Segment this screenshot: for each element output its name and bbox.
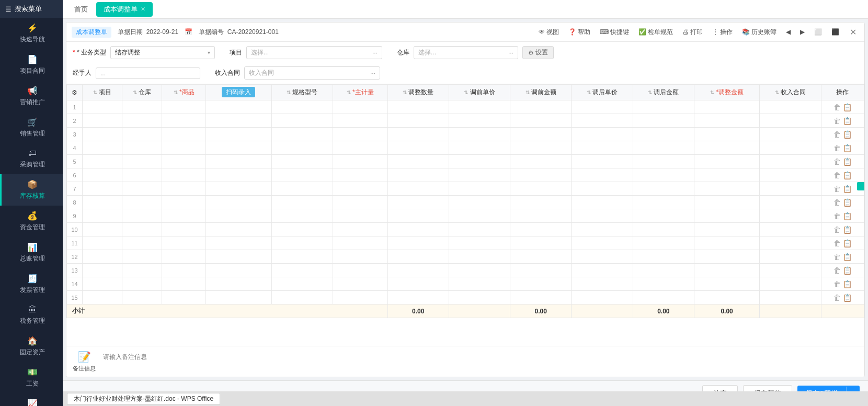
cell-spec[interactable] <box>271 291 333 304</box>
sidebar-item-operations[interactable]: 📈 经营管理 <box>0 393 63 406</box>
cell-warehouse[interactable] <box>122 223 162 236</box>
cell-prev-unit-price[interactable] <box>449 236 510 250</box>
cell-scan[interactable] <box>206 155 271 168</box>
cell-spec[interactable] <box>271 250 333 264</box>
cell-prev-unit-price[interactable] <box>449 277 510 291</box>
sidebar-item-quick-nav[interactable]: ⚡ 快速导航 <box>0 18 63 49</box>
cell-adj-amount[interactable] <box>694 250 759 264</box>
th-project[interactable]: ⇅ 项目 <box>83 85 122 100</box>
cell-after-unit-price[interactable] <box>572 196 633 209</box>
cell-scan[interactable] <box>206 168 271 182</box>
table-row[interactable]: 9 🗑 📋 <box>67 209 864 223</box>
cell-prev-unit-price[interactable] <box>449 100 510 114</box>
cell-prev-amount[interactable] <box>510 291 572 304</box>
cell-project[interactable] <box>83 114 122 128</box>
cell-warehouse[interactable] <box>122 250 162 264</box>
cell-project[interactable] <box>83 223 122 236</box>
table-row[interactable]: 11 🗑 📋 <box>67 236 864 250</box>
copy-icon[interactable]: 📋 <box>843 266 852 275</box>
cell-prev-unit-price[interactable] <box>449 155 510 168</box>
cell-unit[interactable] <box>333 223 387 236</box>
cell-after-unit-price[interactable] <box>572 100 633 114</box>
operations-btn[interactable]: ⋮ 操作 <box>710 27 735 38</box>
cell-warehouse[interactable] <box>122 128 162 141</box>
cell-adj-qty[interactable] <box>387 100 449 114</box>
cell-income-contract[interactable] <box>760 250 821 264</box>
cell-unit[interactable] <box>333 264 387 277</box>
cell-income-contract[interactable] <box>760 155 821 168</box>
cell-prev-unit-price[interactable] <box>449 114 510 128</box>
cell-prev-amount[interactable] <box>510 100 572 114</box>
cell-after-amount[interactable] <box>633 291 694 304</box>
sidebar-item-inventory-accounting[interactable]: 📦 库存核算 <box>0 174 63 206</box>
cell-prev-amount[interactable] <box>510 264 572 277</box>
cell-adj-amount[interactable] <box>694 182 759 196</box>
copy-icon[interactable]: 📋 <box>843 198 852 207</box>
cell-income-contract[interactable] <box>760 291 821 304</box>
th-spec[interactable]: ⇅ 规格型号 <box>271 85 333 100</box>
cell-adj-amount[interactable] <box>694 277 759 291</box>
th-prev-amount[interactable]: ⇅ 调前金额 <box>510 85 572 100</box>
settings-btn[interactable]: ⚙ 设置 <box>522 46 554 59</box>
cell-goods[interactable] <box>162 277 206 291</box>
cell-scan[interactable] <box>206 196 271 209</box>
cell-after-amount[interactable] <box>633 277 694 291</box>
cell-scan[interactable] <box>206 250 271 264</box>
table-row[interactable]: 13 🗑 📋 <box>67 264 864 277</box>
copy-icon[interactable]: 📋 <box>843 157 852 166</box>
delete-icon[interactable]: 🗑 <box>833 239 841 247</box>
cell-unit[interactable] <box>333 196 387 209</box>
cell-warehouse[interactable] <box>122 182 162 196</box>
sidebar-item-purchase-management[interactable]: 🏷 采购管理 <box>0 143 63 174</box>
th-after-unit-price[interactable]: ⇅ 调后单价 <box>572 85 633 100</box>
cell-unit[interactable] <box>333 182 387 196</box>
table-row[interactable]: 5 🗑 📋 <box>67 155 864 168</box>
cell-income-contract[interactable] <box>760 264 821 277</box>
cell-unit[interactable] <box>333 277 387 291</box>
tab-cost-adjustment[interactable]: 成本调整单 ✕ <box>96 2 153 17</box>
cell-goods[interactable] <box>162 264 206 277</box>
cell-scan[interactable] <box>206 114 271 128</box>
cell-project[interactable] <box>83 291 122 304</box>
table-row[interactable]: 3 🗑 📋 <box>67 128 864 141</box>
cell-after-amount[interactable] <box>633 223 694 236</box>
cell-after-amount[interactable] <box>633 168 694 182</box>
sidebar-item-project-contract[interactable]: 📄 项目合同 <box>0 49 63 81</box>
cell-after-amount[interactable] <box>633 250 694 264</box>
cell-warehouse[interactable] <box>122 114 162 128</box>
cell-warehouse[interactable] <box>122 168 162 182</box>
cell-goods[interactable] <box>162 128 206 141</box>
cell-prev-amount[interactable] <box>510 155 572 168</box>
print-btn[interactable]: 🖨 打印 <box>680 27 705 38</box>
delete-icon[interactable]: 🗑 <box>833 103 841 111</box>
cell-prev-amount[interactable] <box>510 141 572 155</box>
cell-project[interactable] <box>83 236 122 250</box>
cell-after-unit-price[interactable] <box>572 264 633 277</box>
taskbar-item[interactable]: 木门行业好业财处理方案-墨红红.doc - WPS Office <box>67 393 220 405</box>
cell-goods[interactable] <box>162 168 206 182</box>
th-warehouse[interactable]: ⇅ 仓库 <box>122 85 162 100</box>
copy-icon[interactable]: 📋 <box>843 212 852 220</box>
cell-adj-qty[interactable] <box>387 155 449 168</box>
cell-goods[interactable] <box>162 100 206 114</box>
cell-prev-unit-price[interactable] <box>449 196 510 209</box>
cell-after-unit-price[interactable] <box>572 291 633 304</box>
cell-adj-amount[interactable] <box>694 168 759 182</box>
cell-income-contract[interactable] <box>760 236 821 250</box>
cell-adj-amount[interactable] <box>694 100 759 114</box>
cell-adj-qty[interactable] <box>387 291 449 304</box>
cell-after-amount[interactable] <box>633 128 694 141</box>
cell-after-amount[interactable] <box>633 155 694 168</box>
table-row[interactable]: 8 🗑 📋 <box>67 196 864 209</box>
cell-adj-qty[interactable] <box>387 196 449 209</box>
notes-input[interactable] <box>101 351 858 371</box>
income-contract-input[interactable]: 收入合同 ··· <box>244 66 380 80</box>
history-btn[interactable]: 📚 历史账簿 <box>740 27 779 38</box>
delete-icon[interactable]: 🗑 <box>833 212 841 220</box>
sidebar-item-general-ledger[interactable]: 📊 总账管理 <box>0 237 63 268</box>
table-row[interactable]: 1 🗑 📋 <box>67 100 864 114</box>
cell-prev-amount[interactable] <box>510 168 572 182</box>
cell-after-unit-price[interactable] <box>572 209 633 223</box>
help-btn[interactable]: ❓ 帮助 <box>566 27 592 38</box>
cell-after-unit-price[interactable] <box>572 182 633 196</box>
